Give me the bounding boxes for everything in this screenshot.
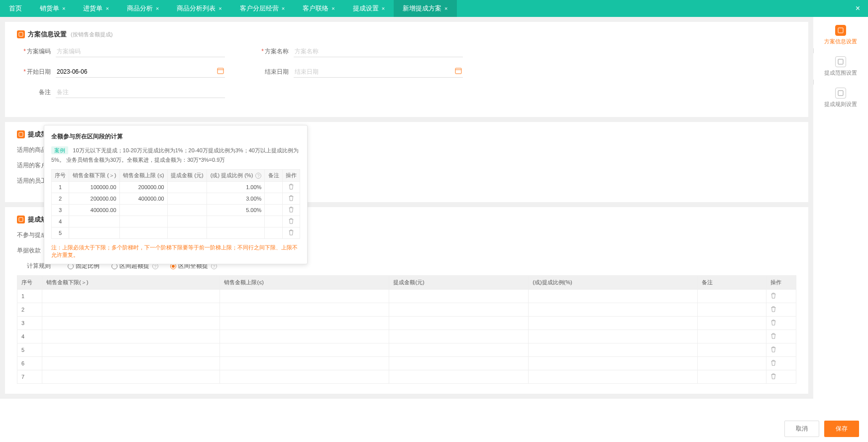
tab-customer-contact[interactable]: 客户联络× xyxy=(294,0,343,17)
tab-add-commission-plan[interactable]: 新增提成方案× xyxy=(394,0,456,17)
table-row[interactable]: 5 xyxy=(17,343,796,357)
delete-icon[interactable] xyxy=(288,230,294,236)
delete-icon[interactable] xyxy=(770,321,776,327)
close-icon[interactable]: × xyxy=(444,5,447,11)
tab-home[interactable]: 首页 xyxy=(0,0,31,17)
table-row[interactable]: 6 xyxy=(17,357,796,370)
tab-product-analysis-list[interactable]: 商品分析列表× xyxy=(168,0,230,17)
delete-icon[interactable] xyxy=(288,219,294,225)
tab-commission-settings[interactable]: 提成设置× xyxy=(344,0,394,17)
svg-rect-5 xyxy=(19,132,23,136)
svg-rect-3 xyxy=(455,68,461,74)
close-icon[interactable]: × xyxy=(382,5,385,11)
close-icon[interactable]: × xyxy=(156,5,159,11)
anchor-nav: 方案信息设置 提成范围设置 提成规则设置 xyxy=(813,17,868,399)
popover-example-table: 序号 销售金额下限 (＞) 销售金额上限 (≤) 提成金额 (元) (或) 提成… xyxy=(51,169,300,239)
tab-purchase-order[interactable]: 进货单× xyxy=(74,0,117,17)
section-icon xyxy=(17,30,25,38)
card-scope: 提成范围设 适用的商品 适用的客户 适用的员工 全额参与所在区间段的计算 案例 … xyxy=(5,122,808,202)
anchor-rules[interactable]: 提成规则设置 xyxy=(813,88,868,108)
close-all-icon[interactable]: × xyxy=(852,0,864,17)
table-row[interactable]: 7 xyxy=(17,370,796,384)
table-row[interactable]: 1 xyxy=(17,290,796,303)
tab-sales-order[interactable]: 销货单× xyxy=(31,0,74,17)
rules-table: 序号 销售金额下限(＞) 销售金额上限(≤) 提成金额(元) (或)提成比例(%… xyxy=(17,275,796,384)
code-input[interactable] xyxy=(56,46,225,57)
start-date-label: 开始日期 xyxy=(27,68,51,75)
close-icon[interactable]: × xyxy=(106,5,108,11)
calendar-icon[interactable] xyxy=(455,67,462,74)
delete-icon[interactable] xyxy=(770,347,776,353)
svg-rect-6 xyxy=(19,218,23,221)
section-icon xyxy=(17,216,25,223)
close-icon[interactable]: × xyxy=(62,5,65,11)
section-icon xyxy=(17,130,25,138)
close-icon[interactable]: × xyxy=(282,5,285,11)
end-date-input[interactable] xyxy=(294,66,463,78)
delete-icon[interactable] xyxy=(288,185,294,191)
code-label: 方案编码 xyxy=(27,48,51,55)
section-title: 方案信息设置 xyxy=(28,30,67,39)
popover-note: 注：上限必须大于下限；多个阶梯时，下一个阶梯下限要等于前一阶梯上限；不同行之间下… xyxy=(51,244,300,259)
delete-icon[interactable] xyxy=(288,196,294,202)
calendar-icon[interactable] xyxy=(217,67,224,74)
delete-icon[interactable] xyxy=(770,361,776,367)
delete-icon[interactable] xyxy=(770,307,776,313)
anchor-scope[interactable]: 提成范围设置 xyxy=(813,56,868,77)
tab-customer-tier[interactable]: 客户分层经营× xyxy=(231,0,294,17)
help-icon[interactable]: ? xyxy=(255,173,261,179)
delete-icon[interactable] xyxy=(770,334,776,340)
close-icon[interactable]: × xyxy=(331,5,334,11)
name-input[interactable] xyxy=(294,46,463,57)
delete-icon[interactable] xyxy=(288,208,294,214)
calc-rule-popover: 全额参与所在区间段的计算 案例 10万元以下无提成；10-20万元提成比例为1%… xyxy=(44,125,308,264)
svg-rect-1 xyxy=(217,68,223,74)
name-label: 方案名称 xyxy=(265,48,289,55)
delete-icon[interactable] xyxy=(770,294,776,300)
section-subtitle: (按销售金额提成) xyxy=(71,31,112,38)
card-plan-info: 方案信息设置 (按销售金额提成) *方案编码 *方案名称 *开始日期 xyxy=(5,22,808,117)
remark-input[interactable] xyxy=(56,87,225,98)
start-date-input[interactable] xyxy=(56,66,225,78)
close-icon[interactable]: × xyxy=(218,5,221,11)
tab-product-analysis[interactable]: 商品分析× xyxy=(118,0,168,17)
end-date-label: 结束日期 xyxy=(265,68,289,75)
svg-rect-7 xyxy=(838,28,843,33)
case-text: 10万元以下无提成；10-20万元提成比例为1%；20-40万提成比例为3%；4… xyxy=(51,147,299,163)
svg-rect-0 xyxy=(19,32,23,36)
anchor-plan-info[interactable]: 方案信息设置 xyxy=(813,25,868,45)
svg-rect-9 xyxy=(838,91,843,96)
case-tag: 案例 xyxy=(51,146,68,154)
popover-title: 全额参与所在区间段的计算 xyxy=(51,132,300,141)
svg-rect-8 xyxy=(838,59,843,64)
remark-label: 备注 xyxy=(39,89,51,96)
table-row[interactable]: 3 xyxy=(17,317,796,330)
delete-icon[interactable] xyxy=(770,374,776,380)
table-row[interactable]: 4 xyxy=(17,330,796,343)
tabs-bar: 首页 销货单× 进货单× 商品分析× 商品分析列表× 客户分层经营× 客户联络×… xyxy=(0,0,868,17)
table-row[interactable]: 2 xyxy=(17,303,796,317)
